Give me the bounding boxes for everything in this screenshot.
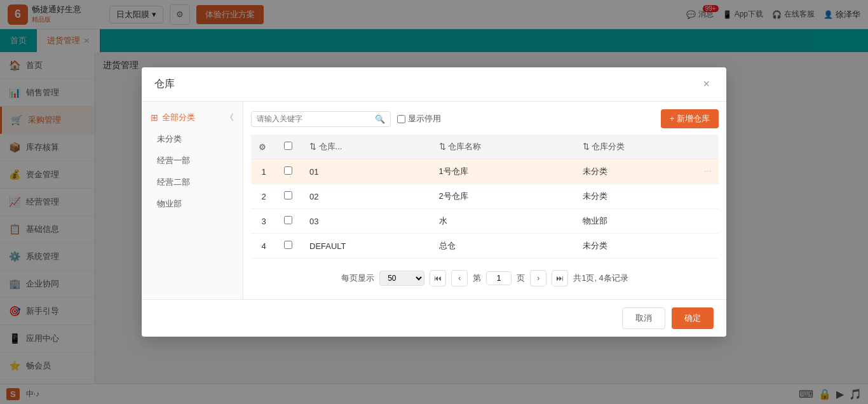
confirm-button[interactable]: 确定: [672, 307, 714, 329]
table-toolbar: 🔍 显示停用 + 新增仓库: [251, 109, 719, 128]
modal-body: ⊞ 全部分类 《 未分类 经营一部 经营二部 物业部 🔍 显示停用 +: [142, 102, 726, 299]
table-header: ⚙ ⇅ 仓库... ⇅ 仓库名称 ⇅ 仓库分类: [251, 135, 719, 159]
table-panel: 🔍 显示停用 + 新增仓库 ⚙: [243, 102, 726, 299]
table-body: 1 01 1号仓库 未分类 ··· 2 02 2号仓库: [251, 159, 719, 259]
category-all-header[interactable]: ⊞ 全部分类 《: [142, 107, 243, 128]
row-category-3: 物业部: [575, 209, 719, 234]
category-item-unclassified[interactable]: 未分类: [142, 128, 243, 150]
show-disabled-checkbox[interactable]: [397, 115, 405, 123]
page-label: 第: [473, 273, 481, 284]
row-check-2[interactable]: [276, 184, 302, 209]
pagination: 每页显示 50 100 ⏮ ‹ 第 页 › ⏭ 共1页, 4条记录: [251, 265, 719, 292]
cancel-button[interactable]: 取消: [622, 307, 665, 329]
row-num-3: 3: [251, 209, 276, 234]
grid-icon: ⊞: [151, 112, 158, 123]
row-check-3[interactable]: [276, 209, 302, 234]
per-page-select[interactable]: 50 100: [379, 271, 424, 286]
row-category-4: 未分类: [575, 234, 719, 259]
row-name-4: 总仓: [431, 234, 575, 259]
row-num-1: 1: [251, 159, 276, 184]
modal-close-button[interactable]: ×: [699, 76, 714, 92]
category-item-op1[interactable]: 经营一部: [142, 150, 243, 172]
search-input[interactable]: [257, 114, 371, 123]
show-disabled-toggle[interactable]: 显示停用: [397, 113, 441, 125]
row-check-1[interactable]: [276, 159, 302, 184]
table-row[interactable]: 4 DEFAULT 总仓 未分类: [251, 234, 719, 259]
table-row[interactable]: 2 02 2号仓库 未分类: [251, 184, 719, 209]
modal-header: 仓库 ×: [142, 67, 726, 102]
search-icon[interactable]: 🔍: [375, 114, 385, 124]
last-page-button[interactable]: ⏭: [552, 270, 568, 286]
col-header-check: [276, 135, 302, 159]
row-num-4: 4: [251, 234, 276, 259]
add-warehouse-button[interactable]: + 新增仓库: [661, 109, 719, 128]
prev-page-button[interactable]: ‹: [451, 270, 468, 286]
modal-footer: 取消 确定: [142, 299, 726, 337]
row-num-2: 2: [251, 184, 276, 209]
select-all-checkbox[interactable]: [284, 142, 292, 150]
first-page-button[interactable]: ⏮: [430, 270, 446, 286]
row-name-1: 1号仓库: [431, 159, 575, 184]
total-info: 共1页, 4条记录: [573, 273, 628, 284]
category-item-op2[interactable]: 经营二部: [142, 172, 243, 193]
warehouse-modal: 仓库 × ⊞ 全部分类 《 未分类 经营一部 经营二部 物业部 🔍: [142, 67, 726, 337]
category-panel: ⊞ 全部分类 《 未分类 经营一部 经营二部 物业部: [142, 102, 243, 299]
next-page-button[interactable]: ›: [530, 270, 546, 286]
per-page-label: 每页显示: [341, 273, 374, 284]
row-name-3: 水: [431, 209, 575, 234]
col-header-name: ⇅ 仓库名称: [431, 135, 575, 159]
show-disabled-label: 显示停用: [408, 113, 441, 125]
row-code-2: 02: [302, 184, 431, 209]
col-header-settings: ⚙: [251, 135, 276, 159]
table-container: ⚙ ⇅ 仓库... ⇅ 仓库名称 ⇅ 仓库分类: [251, 135, 719, 259]
row-name-2: 2号仓库: [431, 184, 575, 209]
search-box: 🔍: [251, 111, 391, 127]
col-header-code: ⇅ 仓库...: [302, 135, 431, 159]
category-all-label: 全部分类: [162, 112, 195, 123]
row-code-4: DEFAULT: [302, 234, 431, 259]
row-category-2: 未分类: [575, 184, 719, 209]
page-unit: 页: [517, 273, 525, 284]
row-code-1: 01: [302, 159, 431, 184]
row-code-3: 03: [302, 209, 431, 234]
row-check-4[interactable]: [276, 234, 302, 259]
collapse-icon[interactable]: 《: [226, 112, 234, 123]
row-category-1: 未分类 ···: [575, 159, 719, 184]
table-row[interactable]: 3 03 水 物业部: [251, 209, 719, 234]
col-header-category: ⇅ 仓库分类: [575, 135, 719, 159]
modal-title: 仓库: [154, 77, 175, 91]
page-number-input[interactable]: [486, 271, 512, 285]
table-row[interactable]: 1 01 1号仓库 未分类 ···: [251, 159, 719, 184]
category-item-property[interactable]: 物业部: [142, 193, 243, 215]
warehouse-table: ⚙ ⇅ 仓库... ⇅ 仓库名称 ⇅ 仓库分类: [251, 135, 719, 259]
row-actions-icon[interactable]: ···: [704, 166, 711, 175]
